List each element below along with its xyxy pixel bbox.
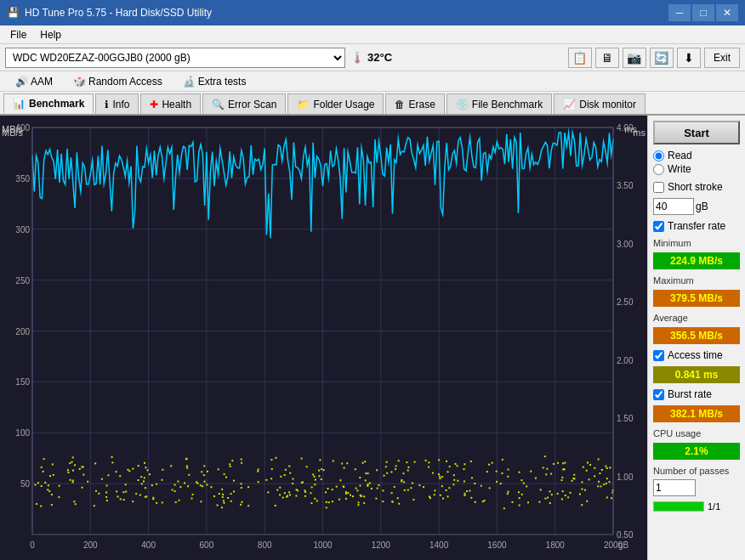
temperature-display: 🌡️ 32°C bbox=[350, 51, 392, 64]
access-time-checkbox[interactable] bbox=[653, 350, 664, 361]
benchmark-chart-canvas bbox=[0, 116, 647, 560]
transfer-rate-checkbox-label[interactable]: Transfer rate bbox=[653, 220, 740, 232]
error-scan-tab-label: Error Scan bbox=[228, 99, 276, 110]
menu-file[interactable]: File bbox=[3, 27, 33, 42]
toolbar2-extra-tests[interactable]: 🔬 Extra tests bbox=[173, 74, 257, 89]
burst-rate-label: Burst rate bbox=[668, 388, 712, 400]
window-controls: ─ □ ✕ bbox=[668, 4, 738, 21]
app-icon: 💾 bbox=[7, 7, 20, 19]
minimize-button[interactable]: ─ bbox=[668, 4, 691, 21]
minimum-value: 224.9 MB/s bbox=[653, 252, 740, 269]
toolbar1-icons: 📋 🖥 📷 🔄 ⬇ Exit bbox=[568, 48, 740, 68]
main-content: MB/s ms Start Read Write Short stroke 40… bbox=[0, 116, 745, 560]
exit-button[interactable]: Exit bbox=[704, 48, 740, 68]
maximize-button[interactable]: □ bbox=[692, 4, 714, 21]
average-label: Average bbox=[653, 313, 740, 323]
temperature-value: 32°C bbox=[367, 51, 392, 64]
tab-info[interactable]: ℹ Info bbox=[95, 93, 139, 114]
toolbar1: WDC WD20EZAZ-00GGJB0 (2000 gB) 🌡️ 32°C 📋… bbox=[0, 44, 745, 71]
access-time-value: 0.841 ms bbox=[653, 366, 740, 383]
short-stroke-label: Short stroke bbox=[668, 181, 723, 193]
progress-text: 1/1 bbox=[708, 501, 720, 512]
short-stroke-unit: gB bbox=[696, 201, 708, 212]
progress-bar-inner bbox=[654, 502, 703, 511]
download-icon[interactable]: ⬇ bbox=[677, 48, 701, 68]
transfer-rate-label: Transfer rate bbox=[668, 220, 725, 232]
transfer-rate-checkbox[interactable] bbox=[653, 221, 664, 232]
erase-tab-label: Erase bbox=[408, 99, 435, 110]
tab-folder-usage[interactable]: 📁 Folder Usage bbox=[287, 93, 384, 114]
file-benchmark-tab-icon: 💿 bbox=[456, 99, 469, 110]
read-write-radio-group: Read Write bbox=[653, 150, 740, 175]
short-stroke-checkbox-label[interactable]: Short stroke bbox=[653, 181, 740, 193]
menu-bar: File Help bbox=[0, 25, 745, 44]
number-of-passes-label: Number of passes bbox=[653, 466, 740, 476]
cpu-usage-label: CPU usage bbox=[653, 428, 740, 438]
health-tab-icon: ✚ bbox=[150, 99, 158, 110]
toolbar2-aam[interactable]: 🔊 AAM bbox=[5, 74, 63, 89]
tab-benchmark[interactable]: 📊 Benchmark bbox=[3, 93, 94, 114]
tab-error-scan[interactable]: 🔍 Error Scan bbox=[202, 93, 286, 114]
number-of-passes-spinbox[interactable]: 1 bbox=[653, 479, 696, 496]
tab-erase[interactable]: 🗑 Erase bbox=[385, 93, 444, 114]
right-panel: Start Read Write Short stroke 40 gB Tran… bbox=[647, 116, 745, 560]
tab-file-benchmark[interactable]: 💿 File Benchmark bbox=[446, 93, 552, 114]
access-time-checkbox-label[interactable]: Access time bbox=[653, 349, 740, 361]
app-title: HD Tune Pro 5.75 - Hard Disk/SSD Utility bbox=[25, 7, 212, 19]
tab-disk-monitor[interactable]: 📈 Disk monitor bbox=[554, 93, 645, 114]
read-label: Read bbox=[668, 150, 692, 161]
start-button[interactable]: Start bbox=[653, 121, 740, 144]
short-stroke-spinbox[interactable]: 40 bbox=[653, 198, 694, 215]
error-scan-tab-icon: 🔍 bbox=[212, 99, 225, 110]
short-stroke-spinbox-row: 40 gB bbox=[653, 198, 740, 215]
extra-tests-label: Extra tests bbox=[198, 76, 247, 88]
health-tab-label: Health bbox=[162, 99, 191, 110]
write-label: Write bbox=[668, 163, 691, 175]
tab-health[interactable]: ✚ Health bbox=[140, 93, 201, 114]
read-radio-label[interactable]: Read bbox=[653, 150, 740, 161]
close-button[interactable]: ✕ bbox=[716, 4, 738, 21]
aam-icon: 🔊 bbox=[15, 76, 28, 88]
info-tab-label: Info bbox=[112, 99, 129, 110]
drive-info-icon[interactable]: 📋 bbox=[568, 48, 592, 68]
progress-row: 1/1 bbox=[653, 501, 740, 512]
read-radio[interactable] bbox=[653, 150, 664, 161]
aam-label: AAM bbox=[31, 76, 53, 88]
cpu-usage-value: 2.1% bbox=[653, 443, 740, 460]
burst-rate-checkbox[interactable] bbox=[653, 389, 664, 400]
benchmark-tab-label: Benchmark bbox=[29, 98, 84, 110]
disk-monitor-tab-icon: 📈 bbox=[563, 99, 576, 110]
maximum-value: 379.5 MB/s bbox=[653, 290, 740, 307]
toolbar2: 🔊 AAM 🎲 Random Access 🔬 Extra tests bbox=[0, 71, 745, 92]
refresh-icon[interactable]: 🔄 bbox=[650, 48, 674, 68]
erase-tab-icon: 🗑 bbox=[395, 99, 405, 110]
random-access-label: Random Access bbox=[88, 76, 162, 88]
smart-icon[interactable]: 🖥 bbox=[595, 48, 619, 68]
menu-help[interactable]: Help bbox=[33, 27, 68, 42]
number-of-passes-row: 1 bbox=[653, 479, 740, 496]
write-radio[interactable] bbox=[653, 164, 664, 175]
random-access-icon: 🎲 bbox=[73, 76, 86, 88]
toolbar2-random-access[interactable]: 🎲 Random Access bbox=[63, 74, 173, 89]
progress-bar-outer bbox=[653, 501, 704, 512]
write-radio-label[interactable]: Write bbox=[653, 163, 740, 175]
access-time-label: Access time bbox=[668, 349, 723, 361]
chart-area: MB/s ms bbox=[0, 116, 647, 560]
disk-monitor-tab-label: Disk monitor bbox=[579, 99, 636, 110]
thermometer-icon: 🌡️ bbox=[350, 51, 364, 64]
y-axis-ms-label: ms bbox=[624, 124, 637, 134]
extra-tests-icon: 🔬 bbox=[183, 76, 196, 88]
camera-icon[interactable]: 📷 bbox=[623, 48, 646, 68]
average-value: 356.5 MB/s bbox=[653, 327, 740, 344]
y-axis-mbs-label: MB/s bbox=[2, 124, 23, 134]
benchmark-tab-icon: 📊 bbox=[13, 98, 26, 110]
maximum-label: Maximum bbox=[653, 275, 740, 286]
info-tab-icon: ℹ bbox=[105, 99, 109, 110]
folder-usage-tab-icon: 📁 bbox=[297, 99, 310, 110]
burst-rate-checkbox-label[interactable]: Burst rate bbox=[653, 388, 740, 400]
minimum-label: Minimum bbox=[653, 238, 740, 248]
folder-usage-tab-label: Folder Usage bbox=[313, 99, 374, 110]
drive-selector[interactable]: WDC WD20EZAZ-00GGJB0 (2000 gB) bbox=[5, 48, 345, 68]
tab-bar: 📊 Benchmark ℹ Info ✚ Health 🔍 Error Scan… bbox=[0, 92, 745, 116]
short-stroke-checkbox[interactable] bbox=[653, 182, 664, 193]
